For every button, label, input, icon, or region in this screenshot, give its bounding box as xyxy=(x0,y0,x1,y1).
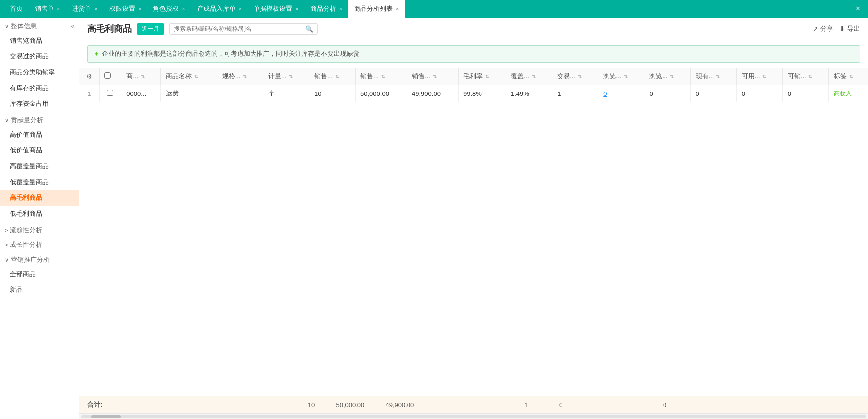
group-label-text-growth: 成长性分析 xyxy=(10,240,42,249)
chevron-icon-overall: ∨ xyxy=(5,23,9,30)
sidebar-group-label-wealth[interactable]: ∨贡献量分析 xyxy=(0,112,79,127)
sidebar-item-stock-ratio[interactable]: 库存资金占用 xyxy=(0,96,79,112)
sidebar-item-new-goods[interactable]: 新品 xyxy=(0,282,79,298)
footer-sales-cost: 49,900.00 xyxy=(369,401,419,409)
sort-icon-tag: ⇅ xyxy=(848,74,853,79)
share-button[interactable]: ↗ 分享 xyxy=(813,24,833,33)
nav-tab-purchase[interactable]: 进货单× xyxy=(66,0,103,18)
col-header-tag[interactable]: 标签 ⇅ xyxy=(828,68,868,85)
row-spec xyxy=(217,85,263,102)
col-header-sales-cost[interactable]: 销售... ⇅ xyxy=(407,68,459,85)
sidebar-item-high-value[interactable]: 高价值商品 xyxy=(0,127,79,142)
content-area: 高毛利商品 近一月 🔍 ↗ 分享 ⬇ 导出 ✦ 企业的主要的利润都是这部分商品创… xyxy=(79,18,868,419)
sidebar-group-label-overall[interactable]: ∨整体信息 xyxy=(0,18,79,33)
sidebar-collapse-button[interactable]: « xyxy=(71,22,75,30)
group-label-text-wealth: 贡献量分析 xyxy=(11,116,43,125)
nav-tab-product-in[interactable]: 产成品入库单× xyxy=(191,0,248,18)
row-views2: 0 xyxy=(644,85,690,102)
footer-views1: 0 xyxy=(533,401,567,409)
close-all-button[interactable]: × xyxy=(852,4,864,13)
footer-margin xyxy=(419,401,459,409)
nav-tab-analysis[interactable]: 商品分析× xyxy=(305,0,348,18)
row-checkbox[interactable] xyxy=(107,90,113,96)
col-header-coverage[interactable]: 覆盖... ⇅ xyxy=(506,68,552,85)
col-header-transactions[interactable]: 交易... ⇅ xyxy=(552,68,598,85)
sidebar-group-label-flow[interactable]: >流趋性分析 xyxy=(0,222,79,236)
sort-icon-transactions: ⇅ xyxy=(576,74,582,79)
row-margin-rate: 99.8% xyxy=(459,85,506,102)
sidebar-item-high-high[interactable]: 高覆盖量商品 xyxy=(0,158,79,174)
page-title: 高毛利商品 xyxy=(87,23,132,35)
footer-available: 0 xyxy=(637,401,671,409)
share-label: 分享 xyxy=(820,24,833,33)
close-tab-analysis[interactable]: × xyxy=(339,6,342,12)
nav-tab-sales[interactable]: 销售单× xyxy=(29,0,66,18)
sidebar-item-low-margin[interactable]: 低毛利商品 xyxy=(0,206,79,222)
col-header-sales-amount[interactable]: 销售... ⇅ xyxy=(356,68,407,85)
period-button[interactable]: 近一月 xyxy=(137,23,164,35)
sort-icon-sales-qty: ⇅ xyxy=(334,74,339,79)
export-button[interactable]: ⬇ 导出 xyxy=(839,24,860,33)
sidebar-item-goods-analysis[interactable]: 商品分类助销率 xyxy=(0,64,79,80)
group-label-text-flow: 流趋性分析 xyxy=(10,226,42,234)
nav-tab-home[interactable]: 首页 xyxy=(4,0,29,18)
col-header-views2[interactable]: 浏览... ⇅ xyxy=(644,68,690,85)
data-table: ⚙商... ⇅商品名称 ⇅规格... ⇅计量... ⇅销售... ⇅销售... … xyxy=(79,68,868,102)
sidebar-group-label-marketing[interactable]: ∨营销推广分析 xyxy=(0,251,79,266)
horizontal-scrollbar[interactable] xyxy=(79,413,868,419)
col-header-margin-rate[interactable]: 毛利率 ⇅ xyxy=(459,68,506,85)
sort-icon-sales-cost: ⇅ xyxy=(431,74,437,79)
settings-icon[interactable]: ⚙ xyxy=(86,73,92,80)
footer-sales-amount: 50,000.00 xyxy=(320,401,369,409)
sort-icon-stock1: ⇅ xyxy=(715,74,720,79)
row-sales-amount: 50,000.00 xyxy=(356,85,407,102)
sidebar-group-label-growth[interactable]: >成长性分析 xyxy=(0,236,79,251)
sidebar-group-marketing: ∨营销推广分析全部商品新品 xyxy=(0,251,79,298)
table-row: 10000...运费个1050,000.0049,900.0099.8%1.49… xyxy=(79,85,868,102)
sidebar-item-sales-goods[interactable]: 销售览商品 xyxy=(0,33,79,48)
summary-label: 合计: xyxy=(87,400,102,409)
export-icon: ⬇ xyxy=(839,25,845,33)
col-header-sellable[interactable]: 可销... ⇅ xyxy=(782,68,828,85)
nav-tab-analysis-list[interactable]: 商品分析列表× xyxy=(348,0,405,18)
sidebar-group-flow: >流趋性分析 xyxy=(0,222,79,236)
sidebar-item-high-margin[interactable]: 高毛利商品 xyxy=(0,190,79,206)
close-tab-purchase[interactable]: × xyxy=(94,6,97,12)
col-header-sales-qty[interactable]: 销售... ⇅ xyxy=(309,68,355,85)
close-tab-analysis-list[interactable]: × xyxy=(396,6,399,12)
search-input[interactable] xyxy=(174,25,304,32)
views1-link[interactable]: 0 xyxy=(603,90,607,97)
row-sales-cost: 49,900.00 xyxy=(407,85,459,102)
col-header-available[interactable]: 可用... ⇅ xyxy=(736,68,782,85)
row-name: 运费 xyxy=(161,85,217,102)
close-tab-role[interactable]: × xyxy=(182,6,185,12)
scrollbar-thumb[interactable] xyxy=(91,415,121,418)
col-header-spec[interactable]: 规格... ⇅ xyxy=(217,68,263,85)
row-views1: 0 xyxy=(598,85,644,102)
sidebar-item-stock-goods[interactable]: 有库存的商品 xyxy=(0,80,79,96)
col-header-code[interactable]: 商... ⇅ xyxy=(121,68,161,85)
close-tab-permission[interactable]: × xyxy=(138,6,141,12)
sidebar-group-growth: >成长性分析 xyxy=(0,236,79,251)
nav-tab-permission[interactable]: 权限设置× xyxy=(103,0,147,18)
sidebar-item-low-high[interactable]: 低覆盖量商品 xyxy=(0,174,79,190)
select-all-checkbox[interactable] xyxy=(104,72,111,79)
col-header-views1[interactable]: 浏览... ⇅ xyxy=(598,68,644,85)
close-tab-sales[interactable]: × xyxy=(57,6,60,12)
col-header-name[interactable]: 商品名称 ⇅ xyxy=(161,68,217,85)
sidebar-item-traded-goods[interactable]: 交易过的商品 xyxy=(0,48,79,64)
footer-values: 10 50,000.00 49,900.00 1 0 0 xyxy=(112,401,860,409)
sidebar-item-low-value[interactable]: 低价值商品 xyxy=(0,142,79,158)
nav-tab-template[interactable]: 单据模板设置× xyxy=(248,0,304,18)
close-tab-template[interactable]: × xyxy=(295,6,298,12)
sidebar-item-all-goods[interactable]: 全部商品 xyxy=(0,266,79,282)
col-header-stock1[interactable]: 现有... ⇅ xyxy=(690,68,736,85)
export-label: 导出 xyxy=(847,24,860,33)
row-available: 0 xyxy=(736,85,782,102)
nav-tab-role[interactable]: 角色授权× xyxy=(147,0,191,18)
search-icon[interactable]: 🔍 xyxy=(306,25,313,33)
col-header-unit[interactable]: 计量... ⇅ xyxy=(263,68,309,85)
footer-sales-qty: 10 xyxy=(280,401,320,409)
scrollbar-track[interactable] xyxy=(81,415,866,418)
close-tab-product-in[interactable]: × xyxy=(239,6,242,12)
